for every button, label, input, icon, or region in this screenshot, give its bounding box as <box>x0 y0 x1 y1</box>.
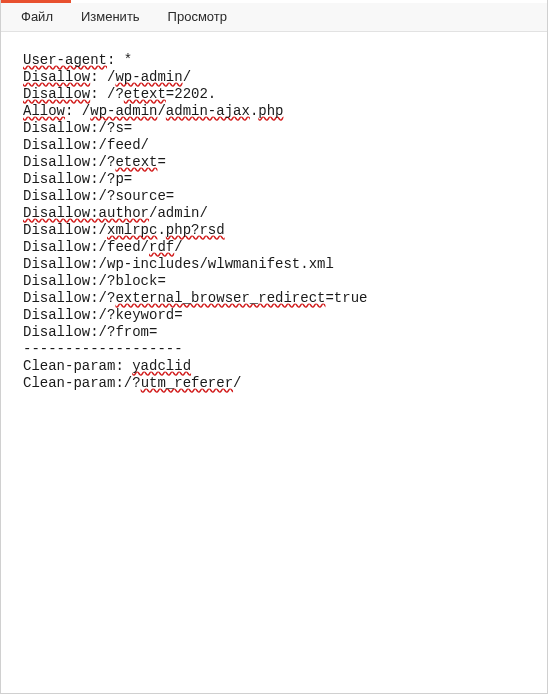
text-segment[interactable]: Disallow:/?keyword= <box>23 307 183 323</box>
spellcheck-marked-text[interactable]: admin-ajax <box>166 103 250 119</box>
app-window: Файл Изменить Просмотр User-agent: *Disa… <box>0 0 548 694</box>
text-segment[interactable]: . <box>157 222 165 238</box>
text-segment[interactable]: ------------------- <box>23 341 183 357</box>
text-segment[interactable]: =2202. <box>166 86 216 102</box>
spellcheck-marked-text[interactable]: php?rsd <box>166 222 225 238</box>
editor-line[interactable]: Disallow: /wp-admin/ <box>23 69 529 86</box>
spellcheck-marked-text[interactable]: etext <box>115 154 157 170</box>
spellcheck-marked-text[interactable]: utm_referer <box>141 375 233 391</box>
text-segment[interactable]: / <box>233 375 241 391</box>
spellcheck-marked-text[interactable]: external_browser_redirect <box>115 290 325 306</box>
spellcheck-marked-text[interactable]: User-agent <box>23 52 107 68</box>
text-segment[interactable]: Disallow:/ <box>23 222 107 238</box>
menu-view[interactable]: Просмотр <box>154 3 241 31</box>
spellcheck-marked-text[interactable]: wp-admin <box>90 103 157 119</box>
editor-scroll-area[interactable]: User-agent: *Disallow: /wp-admin/Disallo… <box>1 32 547 693</box>
editor-line[interactable]: Disallow:/?etext= <box>23 154 529 171</box>
editor-line[interactable]: Disallow:/?p= <box>23 171 529 188</box>
editor-line[interactable]: Clean-param:/?utm_referer/ <box>23 375 529 392</box>
editor-line[interactable]: Disallow:/?keyword= <box>23 307 529 324</box>
spellcheck-marked-text[interactable]: php <box>258 103 283 119</box>
menu-edit[interactable]: Изменить <box>67 3 154 31</box>
text-segment[interactable]: Disallow:/?s= <box>23 120 132 136</box>
editor-line[interactable]: Disallow:author/admin/ <box>23 205 529 222</box>
text-segment[interactable]: Disallow:/? <box>23 154 115 170</box>
spellcheck-marked-text[interactable]: Disallow <box>23 86 90 102</box>
editor-line[interactable]: Disallow:/?external_browser_redirect=tru… <box>23 290 529 307</box>
text-segment[interactable]: Clean-param:/? <box>23 375 141 391</box>
editor-line[interactable]: Disallow: /?etext=2202. <box>23 86 529 103</box>
editor-line[interactable]: Disallow:/feed/rdf/ <box>23 239 529 256</box>
text-segment[interactable]: Disallow:/?p= <box>23 171 132 187</box>
editor-line[interactable]: Disallow:/?from= <box>23 324 529 341</box>
text-segment[interactable]: Disallow:/feed/ <box>23 239 149 255</box>
spellcheck-marked-text[interactable]: Disallow <box>23 69 90 85</box>
menubar: Файл Изменить Просмотр <box>1 3 547 32</box>
editor-line[interactable]: Disallow:/?s= <box>23 120 529 137</box>
text-segment[interactable]: Disallow:/? <box>23 290 115 306</box>
text-segment[interactable]: Clean-param: <box>23 358 132 374</box>
text-segment[interactable]: = <box>157 154 165 170</box>
text-segment[interactable]: /admin/ <box>149 205 208 221</box>
text-segment[interactable]: / <box>174 239 182 255</box>
text-segment[interactable]: : / <box>90 69 115 85</box>
editor-line[interactable]: Disallow:/xmlrpc.php?rsd <box>23 222 529 239</box>
text-segment[interactable]: Disallow:/wp-includes/wlwmanifest.xml <box>23 256 334 272</box>
text-editor-content[interactable]: User-agent: *Disallow: /wp-admin/Disallo… <box>1 32 547 402</box>
spellcheck-marked-text[interactable]: yadclid <box>132 358 191 374</box>
editor-line[interactable]: Disallow:/feed/ <box>23 137 529 154</box>
spellcheck-marked-text[interactable]: Allow <box>23 103 65 119</box>
spellcheck-marked-text[interactable]: xmlrpc <box>107 222 157 238</box>
text-segment[interactable]: / <box>183 69 191 85</box>
editor-line[interactable]: Allow: /wp-admin/admin-ajax.php <box>23 103 529 120</box>
text-segment[interactable]: Disallow:/?block= <box>23 273 166 289</box>
editor-line[interactable]: Disallow:/?block= <box>23 273 529 290</box>
spellcheck-marked-text[interactable]: wp-admin <box>115 69 182 85</box>
editor-line[interactable]: User-agent: * <box>23 52 529 69</box>
text-segment[interactable]: : * <box>107 52 132 68</box>
text-segment[interactable]: : /? <box>90 86 124 102</box>
editor-line[interactable]: Disallow:/wp-includes/wlwmanifest.xml <box>23 256 529 273</box>
editor-line[interactable]: ------------------- <box>23 341 529 358</box>
text-segment[interactable]: Disallow:/feed/ <box>23 137 149 153</box>
editor-line[interactable]: Disallow:/?source= <box>23 188 529 205</box>
spellcheck-marked-text[interactable]: Disallow:author <box>23 205 149 221</box>
editor-line[interactable]: Clean-param: yadclid <box>23 358 529 375</box>
text-segment[interactable]: : / <box>65 103 90 119</box>
spellcheck-marked-text[interactable]: rdf <box>149 239 174 255</box>
text-segment[interactable]: =true <box>325 290 367 306</box>
spellcheck-marked-text[interactable]: etext <box>124 86 166 102</box>
text-segment[interactable]: / <box>157 103 165 119</box>
menu-file[interactable]: Файл <box>7 3 67 31</box>
text-segment[interactable]: Disallow:/?source= <box>23 188 174 204</box>
text-segment[interactable]: Disallow:/?from= <box>23 324 157 340</box>
